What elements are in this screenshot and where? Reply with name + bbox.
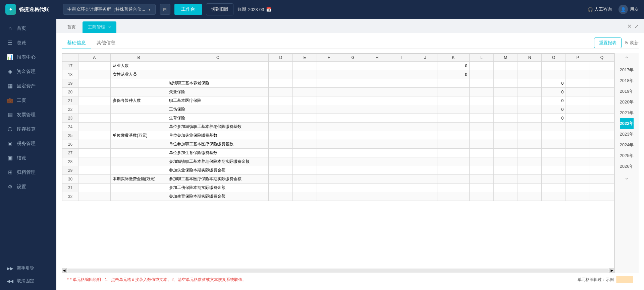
table-cell[interactable] <box>566 79 590 88</box>
table-cell[interactable] <box>542 131 566 140</box>
table-cell[interactable] <box>269 140 293 149</box>
table-cell[interactable] <box>317 166 341 175</box>
table-cell[interactable] <box>493 192 518 201</box>
table-cell[interactable] <box>78 88 110 96</box>
table-cell[interactable] <box>78 62 110 70</box>
sidebar-item-assets[interactable]: ▦ 固定资产 <box>0 79 56 93</box>
table-cell[interactable]: 从业人数 <box>110 62 167 70</box>
table-cell[interactable] <box>413 166 437 175</box>
table-cell[interactable]: 0 <box>542 79 566 88</box>
table-cell[interactable] <box>293 123 317 131</box>
table-cell[interactable] <box>590 105 614 114</box>
table-cell[interactable] <box>389 192 413 201</box>
table-cell[interactable] <box>269 105 293 114</box>
table-cell[interactable] <box>518 114 542 123</box>
table-cell[interactable] <box>78 131 110 140</box>
table-cell[interactable] <box>78 140 110 149</box>
sidebar-item-newbie[interactable]: ▶▶ 新手引导 <box>0 262 56 275</box>
table-cell[interactable] <box>469 70 493 79</box>
table-cell[interactable] <box>566 192 590 201</box>
table-cell[interactable] <box>413 157 437 166</box>
table-cell[interactable] <box>493 114 518 123</box>
table-cell[interactable] <box>413 114 437 123</box>
year-item[interactable]: 2021年 <box>620 107 634 118</box>
expand-window-icon[interactable]: ⤢ <box>634 23 639 29</box>
table-cell[interactable] <box>469 62 493 70</box>
table-cell[interactable]: 0 <box>437 62 470 70</box>
table-cell[interactable] <box>389 184 413 192</box>
table-cell[interactable]: 0 <box>542 105 566 114</box>
table-cell[interactable] <box>542 70 566 79</box>
table-cell[interactable]: 参加职工基本医疗保险本期实际缴费金额 <box>167 175 269 184</box>
table-cell[interactable]: 参加生育保险本期实际缴费金额 <box>167 192 269 201</box>
table-cell[interactable] <box>293 88 317 96</box>
table-cell[interactable] <box>437 88 470 96</box>
table-cell[interactable] <box>78 157 110 166</box>
table-cell[interactable]: 单位参加失业保险缴费基数 <box>167 131 269 140</box>
reset-report-button[interactable]: 重置报表 <box>594 38 622 48</box>
table-cell[interactable] <box>78 192 110 201</box>
table-cell[interactable] <box>389 88 413 96</box>
table-cell[interactable] <box>413 88 437 96</box>
table-cell[interactable] <box>542 123 566 131</box>
table-cell[interactable] <box>566 114 590 123</box>
table-cell[interactable] <box>590 114 614 123</box>
table-cell[interactable] <box>542 62 566 70</box>
table-cell[interactable] <box>542 140 566 149</box>
table-cell[interactable] <box>365 96 389 105</box>
table-cell[interactable] <box>590 131 614 140</box>
table-cell[interactable] <box>518 149 542 157</box>
table-cell[interactable] <box>437 79 470 88</box>
table-cell[interactable] <box>341 88 365 96</box>
table-cell[interactable] <box>437 96 470 105</box>
table-cell[interactable] <box>437 149 470 157</box>
table-cell[interactable] <box>293 70 317 79</box>
table-cell[interactable]: 参加失业保险本期实际缴费金额 <box>167 166 269 175</box>
table-cell[interactable]: 本期实际缴费金额(万元) <box>110 175 167 184</box>
table-cell[interactable] <box>365 166 389 175</box>
table-cell[interactable] <box>518 131 542 140</box>
table-cell[interactable] <box>493 123 518 131</box>
table-cell[interactable] <box>413 79 437 88</box>
table-cell[interactable] <box>78 166 110 175</box>
table-cell[interactable] <box>469 157 493 166</box>
table-cell[interactable] <box>437 140 470 149</box>
year-item[interactable]: 2026年 <box>620 161 634 172</box>
table-cell[interactable] <box>469 184 493 192</box>
table-cell[interactable] <box>293 166 317 175</box>
table-cell[interactable] <box>389 166 413 175</box>
table-cell[interactable]: 工伤保险 <box>167 105 269 114</box>
horizontal-scrollbar[interactable]: ◄ ► <box>62 268 614 273</box>
table-cell[interactable] <box>469 149 493 157</box>
table-cell[interactable] <box>566 123 590 131</box>
table-cell[interactable] <box>110 88 167 96</box>
table-cell[interactable]: 0 <box>542 96 566 105</box>
sidebar-item-home[interactable]: ⌂ 首页 <box>0 21 56 35</box>
table-cell[interactable] <box>365 105 389 114</box>
table-cell[interactable] <box>413 149 437 157</box>
table-cell[interactable] <box>590 140 614 149</box>
table-cell[interactable] <box>341 166 365 175</box>
table-cell[interactable] <box>469 114 493 123</box>
table-cell[interactable] <box>293 149 317 157</box>
table-cell[interactable] <box>389 149 413 157</box>
table-cell[interactable] <box>317 184 341 192</box>
table-cell[interactable] <box>518 175 542 184</box>
table-cell[interactable] <box>269 79 293 88</box>
sidebar-item-inventory[interactable]: ⬡ 库存核算 <box>0 122 56 136</box>
year-scroll-down-button[interactable]: ⌄ <box>615 172 639 183</box>
table-cell[interactable]: 女性从业人员 <box>110 70 167 79</box>
table-cell[interactable] <box>590 96 614 105</box>
table-cell[interactable] <box>341 70 365 79</box>
table-cell[interactable] <box>413 192 437 201</box>
table-cell[interactable] <box>493 70 518 79</box>
table-cell[interactable] <box>365 157 389 166</box>
table-cell[interactable] <box>365 184 389 192</box>
table-cell[interactable] <box>317 70 341 79</box>
table-cell[interactable] <box>365 62 389 70</box>
table-cell[interactable] <box>542 157 566 166</box>
table-cell[interactable] <box>469 79 493 88</box>
table-cell[interactable] <box>469 131 493 140</box>
table-cell[interactable]: 0 <box>542 88 566 96</box>
table-cell[interactable] <box>341 96 365 105</box>
